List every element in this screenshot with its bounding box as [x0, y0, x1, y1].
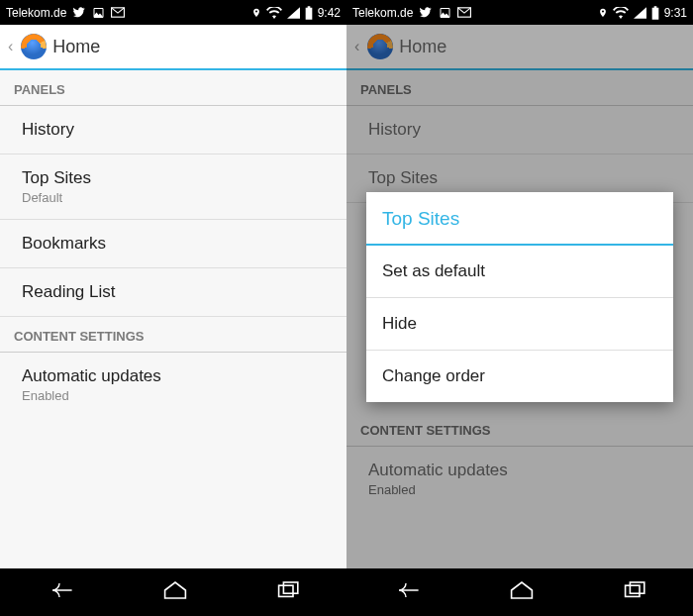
android-nav-bar	[0, 568, 346, 616]
firefox-logo-icon	[21, 34, 47, 59]
nav-recent-icon[interactable]	[624, 580, 647, 604]
svg-rect-4	[626, 585, 640, 596]
battery-icon	[651, 6, 659, 20]
twitter-icon	[72, 7, 86, 19]
panel-item-bookmarks[interactable]: Bookmarks	[0, 220, 346, 268]
dialog-option-set-default[interactable]: Set as default	[366, 246, 673, 298]
signal-icon	[287, 7, 300, 19]
mail-icon	[111, 7, 125, 18]
android-nav-bar	[346, 568, 693, 616]
section-header-panels: PANELS	[0, 70, 346, 106]
nav-recent-icon[interactable]	[277, 580, 301, 604]
panel-item-label: Top Sites	[22, 168, 325, 188]
location-icon	[251, 6, 261, 20]
dialog-option-hide[interactable]: Hide	[366, 298, 673, 351]
settings-content: PANELS History Top Sites Default Bookmar…	[0, 70, 346, 568]
section-header-content-settings: CONTENT SETTINGS	[346, 411, 693, 447]
carrier-label: Telekom.de	[6, 6, 66, 20]
page-title: Home	[399, 37, 446, 57]
back-caret-icon[interactable]: ‹	[350, 38, 361, 55]
mail-icon	[457, 7, 471, 18]
panel-item-label: History	[22, 120, 325, 140]
setting-automatic-updates[interactable]: Automatic updates Enabled	[0, 353, 346, 417]
section-header-panels: PANELS	[346, 70, 693, 106]
screen-right: Telekom.de 9:31 ‹ Home PANELS History To…	[346, 0, 693, 616]
panel-item-label: History	[368, 120, 671, 140]
status-time: 9:31	[664, 6, 687, 20]
nav-home-icon[interactable]	[163, 580, 187, 604]
nav-home-icon[interactable]	[510, 580, 534, 604]
title-bar: ‹ Home	[346, 25, 693, 68]
battery-icon	[305, 6, 313, 20]
screen-left: Telekom.de 9:42 ‹ Home PANELS History To…	[0, 0, 346, 616]
svg-rect-5	[631, 582, 644, 593]
image-icon	[439, 7, 451, 19]
firefox-logo-icon	[367, 34, 393, 59]
panel-item-reading-list[interactable]: Reading List	[0, 268, 346, 317]
status-bar: Telekom.de 9:31	[346, 0, 693, 25]
wifi-icon	[613, 7, 629, 19]
svg-rect-1	[279, 585, 293, 596]
dialog-option-change-order[interactable]: Change order	[366, 351, 673, 402]
section-header-content-settings: CONTENT SETTINGS	[0, 317, 346, 353]
context-dialog: Top Sites Set as default Hide Change ord…	[366, 192, 673, 402]
title-bar: ‹ Home	[0, 25, 346, 68]
signal-icon	[634, 7, 646, 19]
image-icon	[92, 7, 105, 19]
back-caret-icon[interactable]: ‹	[4, 38, 15, 55]
page-title: Home	[52, 37, 100, 57]
setting-item-label: Automatic updates	[368, 461, 671, 480]
carrier-label: Telekom.de	[352, 6, 413, 20]
location-icon	[598, 6, 608, 20]
svg-rect-2	[284, 582, 298, 593]
wifi-icon	[266, 7, 282, 19]
panel-item-sublabel: Default	[22, 190, 325, 205]
setting-automatic-updates[interactable]: Automatic updates Enabled	[346, 447, 693, 511]
panel-item-history[interactable]: History	[346, 106, 693, 154]
status-bar: Telekom.de 9:42	[0, 0, 346, 25]
panel-item-history[interactable]: History	[0, 106, 346, 154]
panel-item-label: Bookmarks	[22, 234, 325, 254]
twitter-icon	[419, 7, 433, 19]
setting-item-sublabel: Enabled	[368, 482, 671, 497]
setting-item-label: Automatic updates	[22, 366, 325, 386]
setting-item-sublabel: Enabled	[22, 388, 325, 403]
nav-back-icon[interactable]	[392, 580, 420, 604]
dialog-title: Top Sites	[366, 192, 673, 246]
nav-back-icon[interactable]	[46, 580, 73, 604]
panel-item-label: Top Sites	[368, 168, 671, 188]
panel-item-top-sites[interactable]: Top Sites Default	[0, 154, 346, 220]
status-time: 9:42	[318, 6, 341, 20]
panel-item-label: Reading List	[22, 282, 325, 302]
